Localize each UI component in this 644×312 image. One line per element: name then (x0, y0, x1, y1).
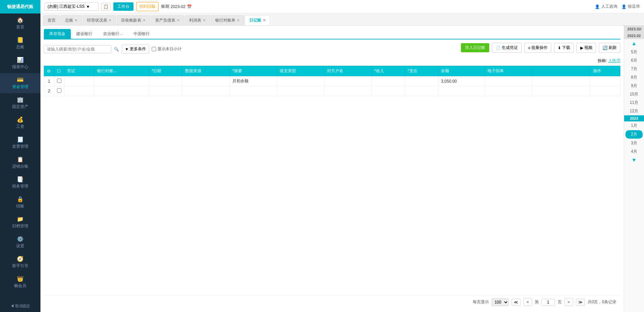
avatar: 👤 (621, 4, 626, 9)
row-data-source (182, 86, 230, 96)
th-check[interactable]: ☐ (54, 66, 64, 76)
tab-bank-stmt[interactable]: 银行对账单 ✕ (211, 15, 244, 25)
last-page-button[interactable]: ≫ (576, 299, 585, 306)
cal-month-12[interactable]: 12月 (624, 107, 644, 115)
period-label: 账期 2023-02 📅 (161, 4, 192, 9)
row-check[interactable] (54, 76, 64, 86)
show-daily-subtotal-checkbox[interactable]: 显示本日小计 (152, 46, 182, 52)
import-journal-button[interactable]: 导入日记账 (461, 43, 489, 52)
calendar-icon[interactable]: 📅 (187, 4, 192, 9)
company-select[interactable]: (勿册) 江西超宝-LSS ▼ (45, 2, 98, 11)
subtab-cash[interactable]: 库存现金 (44, 29, 71, 39)
batch-operation-button[interactable]: ≡ 批量操作 (524, 43, 551, 53)
switch-old-version-button[interactable]: 切到旧版 (136, 2, 158, 11)
more-filter-button[interactable]: ▼ 更多条件 (122, 45, 149, 54)
close-icon[interactable]: ✕ (143, 18, 146, 23)
th-data-source: 数据来源 (182, 66, 230, 76)
tab-assets-liab[interactable]: 资产负债表 ✕ (151, 15, 184, 25)
search-icon[interactable]: 🔍 (114, 47, 119, 52)
prev-page-button[interactable]: ＜ (523, 298, 532, 306)
sidebar-item-ledger[interactable]: 📒 总账 (0, 33, 40, 53)
period-value: 2023-02 (171, 4, 185, 9)
generate-voucher-button[interactable]: 📄 生成凭证 (492, 43, 522, 53)
sidebar-item-wages[interactable]: 💰 工资 (0, 113, 40, 133)
cal-nav-up[interactable]: ▲ (624, 39, 644, 48)
customer-service-btn[interactable]: 👤 人工咨询 (595, 4, 617, 9)
row-action (590, 86, 620, 96)
sidebar-item-home[interactable]: 🏠 首页 (0, 13, 40, 33)
cal-month-1[interactable]: 1月 (624, 121, 644, 130)
th-settings[interactable]: ⚙ (44, 66, 54, 76)
row-num: 2 (44, 86, 54, 96)
copy-btn[interactable]: 📋 (101, 3, 111, 11)
row-expense (405, 76, 438, 86)
subtab-nongye[interactable]: 农业银行... (98, 29, 128, 39)
cal-month-5[interactable]: 5月 (624, 48, 644, 56)
sidebar-item-finance[interactable]: 💳 资金管理 (0, 73, 40, 93)
refresh-button[interactable]: 🔄 刷新 (599, 43, 620, 53)
sidebar-item-close[interactable]: 🔒 结账 (0, 193, 40, 212)
tab-journal[interactable]: 日记账 ✕ (245, 15, 270, 25)
close-icon[interactable]: ✕ (177, 18, 180, 23)
cal-nav-down[interactable]: ▼ (624, 156, 644, 165)
row-balance (438, 86, 485, 96)
copy-icon: 📋 (103, 4, 109, 9)
cal-month-10[interactable]: 10月 (624, 90, 644, 98)
assets-tab-label: 资产负债表 (155, 18, 175, 23)
cal-month-4[interactable]: 4月 (624, 147, 644, 156)
th-balance: 余额 (438, 66, 485, 76)
sidebar-item-reports[interactable]: 📊 报表中心 (0, 53, 40, 73)
close-icon[interactable]: ✕ (109, 18, 112, 23)
sidebar-item-member[interactable]: 👑 畅会员 (0, 272, 40, 292)
row-electronic (485, 76, 532, 86)
cal-month-6[interactable]: 6月 (624, 56, 644, 65)
tab-profit[interactable]: 利润表 ✕ (185, 15, 210, 25)
close-icon[interactable]: ✕ (75, 18, 78, 23)
close-icon[interactable]: ✕ (263, 18, 266, 23)
search-input[interactable] (44, 45, 111, 53)
row-electronic (485, 86, 532, 96)
unpin-sidebar-btn[interactable]: ◀ 取消固定 (0, 300, 40, 312)
page-input[interactable] (541, 299, 555, 306)
close-icon[interactable]: ✕ (237, 18, 240, 23)
tab-home[interactable]: 首页 (43, 15, 60, 25)
tab-status[interactable]: 经营状况表 ✕ (83, 15, 116, 25)
ledger-icon: 📒 (17, 37, 24, 43)
currency-link[interactable]: 人民币 (608, 58, 620, 63)
cal-month-7[interactable]: 7月 (624, 65, 644, 73)
page-suffix: 页 (558, 299, 562, 305)
cal-month-2[interactable]: 2月 (625, 130, 643, 139)
subtab-jianshe[interactable]: 建设银行 (71, 29, 98, 39)
cal-month-9[interactable]: 9月 (624, 82, 644, 90)
download-button[interactable]: ⬇ 下载 (554, 43, 574, 53)
subtab-zhongguo[interactable]: 中国银行 (128, 29, 155, 39)
batch-icon: ≡ (528, 46, 530, 50)
next-page-button[interactable]: ＞ (564, 298, 573, 306)
daily-subtotal-check[interactable] (152, 47, 156, 51)
per-page-select[interactable]: 100 50 200 (492, 299, 509, 306)
total-records: 共0页，0条记录 (588, 299, 616, 305)
tax-icon: 📑 (17, 176, 24, 182)
sidebar-item-guide[interactable]: 🧭 新手引导 (0, 252, 40, 272)
user-profile-btn[interactable]: 👤 徐逗华 (621, 4, 640, 9)
cal-month-8[interactable]: 8月 (624, 73, 644, 82)
first-page-button[interactable]: ≪ (511, 299, 521, 306)
row-check[interactable] (54, 86, 64, 96)
cal-month-3[interactable]: 3月 (624, 139, 644, 147)
close-icon[interactable]: ✕ (203, 18, 206, 23)
calendar-panel: ✕ 2023.02 2023.02 ▲ 5月 6月 7月 8月 9月 10月 1… (624, 26, 644, 312)
calendar-close-btn[interactable]: ✕ (639, 26, 643, 32)
workspace-button[interactable]: 工作台 (113, 2, 134, 11)
sidebar-item-archive[interactable]: 📁 归档管理 (0, 212, 40, 232)
tab-ledger[interactable]: 总账 ✕ (61, 15, 82, 25)
wages-icon: 💰 (17, 116, 24, 123)
sidebar-item-tax[interactable]: 📑 税务管理 (0, 173, 40, 193)
video-button[interactable]: ▶ 视频 (577, 43, 596, 53)
sidebar-item-assets[interactable]: 🏢 固定资产 (0, 93, 40, 113)
row-summary: 月初余额 (230, 76, 277, 86)
tab-receivable[interactable]: 应收账龄表 ✕ (117, 15, 150, 25)
sidebar-item-invoices[interactable]: 🧾 发票管理 (0, 133, 40, 153)
cal-month-11[interactable]: 11月 (624, 98, 644, 107)
sidebar-item-settings[interactable]: ⚙️ 设置 (0, 232, 40, 252)
sidebar-item-sales[interactable]: 📋 进销台账 (0, 153, 40, 173)
